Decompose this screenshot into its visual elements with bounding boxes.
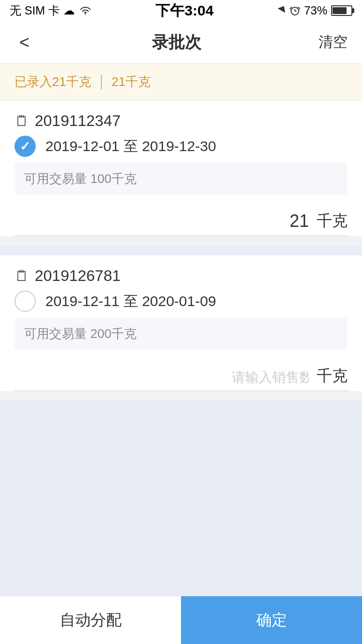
qty-input-2[interactable] — [232, 366, 309, 386]
status-bar: 无 SIM 卡 ☁ 下午3:04 73% — [0, 0, 362, 21]
bottom-bar: 自动分配 确定 — [0, 596, 362, 644]
batch-icon-1: 🗒 — [14, 113, 29, 129]
sim-label: 无 SIM 卡 ☁ — [10, 3, 75, 18]
status-right: 73% — [277, 4, 352, 17]
batch-qty-label-1: 可用交易量 100千克 — [24, 171, 137, 186]
status-left: 无 SIM 卡 ☁ — [10, 3, 92, 18]
batch-qty-1: 可用交易量 100千克 — [14, 163, 348, 195]
batch-icon-2: 🗒 — [14, 268, 29, 284]
battery-icon — [331, 5, 352, 16]
recorded-amount: 已录入21千克 — [14, 73, 91, 90]
input-underline-1 — [14, 236, 348, 236]
input-row-1: 千克 — [0, 203, 362, 236]
batch-id-2: 2019126781 — [35, 267, 121, 285]
batch-date-row-2[interactable]: 2019-12-11 至 2020-01-09 — [0, 289, 362, 318]
batch-qty-2: 可用交易量 200千克 — [14, 318, 348, 350]
location-icon — [277, 5, 286, 16]
radio-2[interactable] — [14, 291, 36, 312]
input-row-2: 千克 — [0, 358, 362, 391]
input-underline-2 — [14, 391, 348, 391]
radio-1[interactable] — [14, 136, 36, 157]
qty-input-1[interactable] — [232, 211, 309, 231]
qty-unit-1: 千克 — [317, 210, 348, 232]
batch-item-2: 🗒 2019126781 2019-12-11 至 2020-01-09 可用交… — [0, 255, 362, 391]
qty-unit-2: 千克 — [317, 365, 348, 387]
auto-distribute-button[interactable]: 自动分配 — [0, 596, 181, 644]
batch-date-row-1[interactable]: 2019-12-01 至 2019-12-30 — [0, 134, 362, 163]
back-button[interactable]: < — [14, 28, 34, 57]
status-time: 下午3:04 — [155, 1, 213, 21]
wifi-icon — [79, 5, 92, 16]
page-title: 录批次 — [152, 31, 201, 54]
info-divider — [101, 75, 102, 89]
battery-percentage: 73% — [304, 4, 327, 17]
section-divider — [0, 246, 362, 255]
total-amount: 21千克 — [111, 73, 151, 90]
batch-item-1: 🗒 2019112347 2019-12-01 至 2019-12-30 可用交… — [0, 100, 362, 236]
info-banner: 已录入21千克 21千克 — [0, 64, 362, 100]
batch-date-1: 2019-12-01 至 2019-12-30 — [45, 137, 216, 156]
batch-date-2: 2019-12-11 至 2020-01-09 — [45, 292, 216, 311]
confirm-button[interactable]: 确定 — [181, 596, 362, 644]
clear-button[interactable]: 清空 — [319, 32, 348, 52]
batch-header-1: 🗒 2019112347 — [0, 100, 362, 134]
batch-qty-label-2: 可用交易量 200千克 — [24, 326, 137, 341]
batch-header-2: 🗒 2019126781 — [0, 255, 362, 289]
batch-id-1: 2019112347 — [35, 112, 121, 130]
nav-bar: < 录批次 清空 — [0, 21, 362, 64]
alarm-icon — [290, 5, 300, 16]
